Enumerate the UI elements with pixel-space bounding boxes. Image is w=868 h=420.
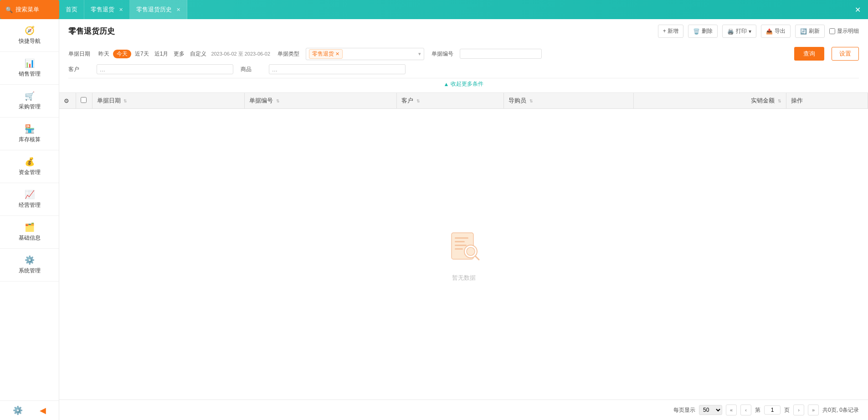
date-btn-custom[interactable]: 自定义 <box>188 50 208 58</box>
sidebar-item-operations[interactable]: 📈 经营管理 <box>0 183 59 216</box>
col-amount-sort-icon[interactable]: ⇅ <box>778 99 781 103</box>
show-detail-checkbox[interactable] <box>829 28 835 34</box>
type-filter-chevron-icon: ▾ <box>418 51 421 57</box>
goods-input-container[interactable]: ... <box>269 64 406 74</box>
inventory-icon: 🏪 <box>25 124 35 134</box>
sidebar-item-inventory-label: 库存核算 <box>19 136 41 143</box>
page-last-button[interactable]: » <box>808 405 819 415</box>
print-button[interactable]: 🖨️ 打印 ▾ <box>722 25 756 38</box>
tab-retail-return[interactable]: 零售退货 ✕ <box>84 0 130 19</box>
tab-retail-return-history[interactable]: 零售退货历史 ✕ <box>130 0 187 19</box>
page-next-button[interactable]: › <box>793 405 804 415</box>
window-close-button[interactable]: ✕ <box>847 0 868 19</box>
operations-icon: 📈 <box>25 190 35 200</box>
filter-row-2: 客户 ... 商品 ... <box>68 64 859 74</box>
page-prev-button[interactable]: ‹ <box>740 405 751 415</box>
print-icon: 🖨️ <box>727 28 734 35</box>
data-table: ⚙ 单据日期 ⇅ 单据编号 ⇅ <box>59 93 868 109</box>
empty-state: 暂无数据 <box>59 109 868 400</box>
pagination: 每页显示 50 10 20 100 « ‹ 第 页 › » 共0页, 0条记录 <box>59 400 868 420</box>
col-settings[interactable]: ⚙ <box>59 93 76 109</box>
col-amount: 实销金额 ⇅ <box>634 93 786 109</box>
setting-button[interactable]: 设置 <box>832 47 859 61</box>
delete-label: 删除 <box>702 27 713 35</box>
empty-illustration <box>443 226 484 267</box>
date-btn-yesterday[interactable]: 昨天 <box>97 50 111 58</box>
sidebar-item-inventory[interactable]: 🏪 库存核算 <box>0 118 59 150</box>
sidebar-item-quick-nav[interactable]: 🧭 快捷导航 <box>0 19 59 52</box>
sidebar-item-purchase[interactable]: 🛒 采购管理 <box>0 85 59 118</box>
col-guide-label: 导购员 <box>508 97 526 104</box>
print-chevron-icon: ▾ <box>749 28 751 35</box>
system-icon: ⚙️ <box>25 255 35 265</box>
page-number-input[interactable] <box>764 405 781 415</box>
sidebar-item-finance-label: 资金管理 <box>19 169 41 176</box>
collapse-button[interactable]: ▲ 收起更多条件 <box>68 78 859 90</box>
sidebar-item-purchase-label: 采购管理 <box>19 103 41 111</box>
sidebar-item-operations-label: 经营管理 <box>19 201 41 209</box>
type-tag-container[interactable]: 零售退货 ✕ ▾ <box>306 48 424 60</box>
page-size-select[interactable]: 50 10 20 100 <box>699 405 722 415</box>
date-range-display: 2023-06-02 至 2023-06-02 <box>211 51 270 57</box>
page-label: 第 <box>755 406 760 414</box>
date-btn-more[interactable]: 更多 <box>172 50 186 58</box>
col-checkbox[interactable] <box>76 93 92 109</box>
sidebar-settings-icon[interactable]: ⚙️ <box>13 405 23 415</box>
sidebar-item-finance[interactable]: 💰 资金管理 <box>0 150 59 183</box>
col-customer-sort-icon[interactable]: ⇅ <box>416 99 420 103</box>
col-number-sort-icon[interactable]: ⇅ <box>276 99 280 103</box>
sidebar-item-sales-label: 销售管理 <box>19 70 41 78</box>
svg-line-7 <box>475 256 479 260</box>
customer-dots: ... <box>100 66 105 73</box>
sidebar-item-system-label: 系统管理 <box>19 267 41 275</box>
table-header: ⚙ 单据日期 ⇅ 单据编号 ⇅ <box>59 93 868 109</box>
customer-input-container[interactable]: ... <box>97 64 233 74</box>
refresh-icon: 🔄 <box>800 28 807 35</box>
content-area: 零售退货历史 + 新增 🗑️ 删除 🖨️ 打印 ▾ 📤 导出 <box>59 19 868 420</box>
sidebar-collapse-icon[interactable]: ◀ <box>40 405 46 415</box>
col-guide-sort-icon[interactable]: ⇅ <box>529 99 533 103</box>
export-button[interactable]: 📤 导出 <box>761 25 791 38</box>
customer-filter-label: 客户 <box>68 66 94 73</box>
col-date: 单据日期 ⇅ <box>92 93 244 109</box>
col-number-label: 单据编号 <box>249 97 273 104</box>
date-btn-1month[interactable]: 近1月 <box>153 50 170 58</box>
page-first-button[interactable]: « <box>726 405 737 415</box>
sidebar-bottom: ⚙️ ◀ <box>0 400 59 420</box>
total-label: 共0页, 0条记录 <box>822 406 859 414</box>
finance-icon: 💰 <box>25 157 35 167</box>
type-tag-remove[interactable]: ✕ <box>335 51 339 57</box>
sidebar: 🧭 快捷导航 📊 销售管理 🛒 采购管理 🏪 库存核算 💰 资金管理 📈 经营管… <box>0 19 59 420</box>
toolbar: + 新增 🗑️ 删除 🖨️ 打印 ▾ 📤 导出 <box>658 25 859 38</box>
collapse-label: 收起更多条件 <box>451 80 483 88</box>
refresh-button[interactable]: 🔄 刷新 <box>795 25 825 38</box>
tab-home-label: 首页 <box>66 5 77 14</box>
select-all-checkbox[interactable] <box>81 97 87 103</box>
number-filter-input[interactable] <box>460 49 542 59</box>
svg-rect-3 <box>455 245 467 246</box>
delete-icon: 🗑️ <box>693 28 700 35</box>
tab-retail-return-history-close[interactable]: ✕ <box>176 7 180 13</box>
tab-home[interactable]: 首页 <box>59 0 84 19</box>
sidebar-item-sales[interactable]: 📊 销售管理 <box>0 52 59 85</box>
col-customer-label: 客户 <box>401 97 413 104</box>
table-settings-icon[interactable]: ⚙ <box>64 97 69 104</box>
add-button[interactable]: + 新增 <box>658 25 683 38</box>
search-icon: 🔍 <box>5 6 13 13</box>
date-btn-today[interactable]: 今天 <box>113 50 131 58</box>
sidebar-item-basic-info[interactable]: 🗂️ 基础信息 <box>0 216 59 249</box>
tab-retail-return-close[interactable]: ✕ <box>119 7 123 13</box>
col-action: 操作 <box>786 93 868 109</box>
query-button[interactable]: 查询 <box>794 47 824 61</box>
sidebar-item-system[interactable]: ⚙️ 系统管理 <box>0 249 59 282</box>
col-number: 单据编号 ⇅ <box>244 93 396 109</box>
delete-button[interactable]: 🗑️ 删除 <box>688 25 718 38</box>
svg-point-6 <box>467 247 475 256</box>
svg-rect-2 <box>455 241 465 242</box>
col-date-sort-icon[interactable]: ⇅ <box>123 99 127 103</box>
filter-row-1: 单据日期 昨天 今天 近7天 近1月 更多 自定义 2023-06-02 至 2… <box>68 47 859 61</box>
refresh-label: 刷新 <box>809 27 820 35</box>
search-menu-button[interactable]: 🔍 搜索菜单 <box>0 0 59 19</box>
col-customer: 客户 ⇅ <box>397 93 504 109</box>
date-btn-7days[interactable]: 近7天 <box>133 50 151 58</box>
